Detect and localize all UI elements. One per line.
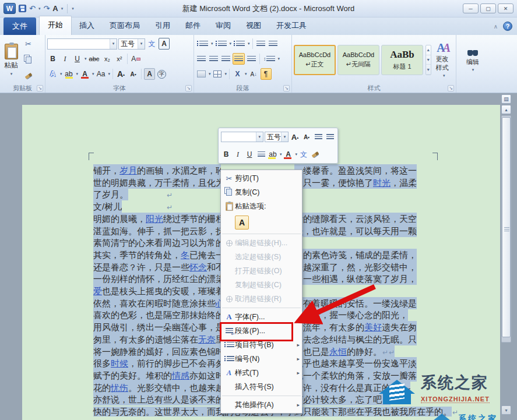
style-pen-dropdown-icon[interactable]: ▾ xyxy=(61,6,64,11)
hyperlink-text[interactable]: 美好 xyxy=(364,322,382,332)
tab-插入[interactable]: 插入 xyxy=(72,17,102,35)
menu-item-样式[interactable]: A样式(T)▸ xyxy=(221,366,302,380)
maximize-button[interactable]: ▢ xyxy=(480,3,496,13)
font-color-dropdown-icon[interactable]: ▾ xyxy=(92,72,94,76)
scrollbar-thumb[interactable] xyxy=(502,117,511,337)
editing-dropdown-icon[interactable]: ▾ xyxy=(472,68,474,72)
underline-dropdown-icon[interactable]: ▾ xyxy=(85,57,87,61)
font-size-combo[interactable]: 五号 ▾ xyxy=(118,38,145,50)
hyperlink-text[interactable]: 爱 xyxy=(93,286,102,296)
styles-gallery-scroll[interactable]: ▲ ▼ ▼ xyxy=(425,45,431,75)
hyperlink-text[interactable]: 岁月 xyxy=(119,165,137,175)
mini-font-name-dropdown-icon[interactable]: ▾ xyxy=(256,132,263,142)
styles-scroll-down-icon[interactable]: ▼ xyxy=(426,55,431,65)
tab-审阅[interactable]: 审阅 xyxy=(208,17,238,35)
superscript-button[interactable]: x² xyxy=(114,53,125,65)
menu-item-插入符号[interactable]: 插入符号(S) xyxy=(221,380,302,394)
mini-format-painter-button[interactable] xyxy=(310,149,321,160)
redo-icon[interactable]: ↷ xyxy=(43,5,50,12)
styles-scroll-up-icon[interactable]: ▲ xyxy=(426,45,431,55)
hyperlink-text[interactable]: 无奈 xyxy=(198,334,216,344)
tab-file[interactable]: 文件 xyxy=(3,17,36,35)
asian-layout-dropdown-icon[interactable]: ▾ xyxy=(245,72,247,76)
align-center-button[interactable] xyxy=(208,53,219,65)
menu-item-编号[interactable]: 编号(N)▸ xyxy=(221,352,302,366)
show-hide-marks-button[interactable]: ¶ xyxy=(261,68,272,80)
highlight-color-button[interactable]: ab xyxy=(64,68,75,80)
menu-item-段落[interactable]: 段落(P)... xyxy=(221,324,302,338)
hyperlink-text[interactable]: 时候 xyxy=(111,358,128,368)
hyperlink-text[interactable]: 忧伤 xyxy=(111,383,128,393)
menu-item-取消超链接[interactable]: 取消超链接(R) xyxy=(221,292,302,306)
save-icon[interactable] xyxy=(19,5,26,12)
mini-bold-button[interactable]: B xyxy=(221,149,231,160)
multilevel-list-button[interactable] xyxy=(233,38,246,50)
grow-font-button[interactable]: A▴ xyxy=(115,68,126,80)
bullets-button[interactable] xyxy=(196,38,209,50)
shading-button[interactable] xyxy=(196,68,207,80)
word-logo-icon[interactable]: W xyxy=(3,3,16,14)
menu-item-粘贴选项:[interactable]: 粘贴选项: xyxy=(221,199,302,213)
underline-button[interactable]: U xyxy=(72,53,83,65)
mini-font-color-dropdown-icon[interactable]: ▾ xyxy=(296,152,298,157)
styles-gallery-more-icon[interactable]: ▼ xyxy=(426,65,431,75)
font-name-dropdown-icon[interactable]: ▾ xyxy=(110,39,117,49)
close-button[interactable]: ✕ xyxy=(498,3,514,13)
menu-item-剪切[interactable]: ✂剪切(T) xyxy=(221,171,302,185)
mini-highlight-button[interactable]: ab xyxy=(268,149,278,160)
subscript-button[interactable]: x₂ xyxy=(101,53,112,65)
undo-icon[interactable]: ↶ xyxy=(29,5,36,12)
style-chip-标题 1[interactable]: AaBb标题 1 xyxy=(381,45,423,75)
text-effects-button[interactable]: A xyxy=(47,68,58,80)
numbering-button[interactable] xyxy=(214,38,228,50)
mini-font-color-button[interactable]: A xyxy=(283,149,294,160)
mini-shrink-font-button[interactable]: A▾ xyxy=(301,132,312,143)
character-shading-button[interactable]: A xyxy=(144,68,155,80)
mini-decrease-indent-button[interactable] xyxy=(313,132,323,143)
tab-页面布局[interactable]: 页面布局 xyxy=(102,17,147,35)
menu-item-其他操作[interactable]: 其他操作(A)▸ xyxy=(221,398,302,412)
style-pen-icon[interactable]: A xyxy=(52,5,58,12)
mini-phonetic-button[interactable]: 文 xyxy=(298,149,309,160)
justify-button[interactable] xyxy=(233,53,245,65)
font-name-combo[interactable]: ▾ xyxy=(47,38,117,50)
style-chip-无间隔[interactable]: AaBbCcDd↵无间隔 xyxy=(337,45,379,75)
styles-dialog-launcher[interactable]: ↘ xyxy=(448,85,454,91)
tab-引用[interactable]: 引用 xyxy=(147,17,178,35)
increase-indent-button[interactable] xyxy=(268,38,279,50)
hyperlink-text[interactable]: 怀念 xyxy=(189,262,207,272)
paragraph-dialog-launcher[interactable]: ↘ xyxy=(283,85,290,91)
asian-layout-button[interactable]: X xyxy=(232,68,243,80)
paste-button[interactable]: 粘贴 ▾ xyxy=(2,36,20,84)
hyperlink-text[interactable]: 阳光 xyxy=(146,214,163,224)
font-size-dropdown-icon[interactable]: ▾ xyxy=(138,39,145,49)
italic-button[interactable]: I xyxy=(59,53,71,65)
numbering-dropdown-icon[interactable]: ▾ xyxy=(230,41,232,46)
distribute-button[interactable] xyxy=(246,53,257,65)
editing-button[interactable]: 编辑 ▾ xyxy=(464,36,481,84)
align-right-button[interactable] xyxy=(220,53,231,65)
ruler-toggle-button[interactable]: ▤ xyxy=(501,94,511,104)
tab-开始[interactable]: 开始 xyxy=(39,16,72,35)
character-border-button[interactable]: A xyxy=(159,38,170,50)
shading-dropdown-icon[interactable]: ▾ xyxy=(209,72,211,76)
scrollbar-track[interactable] xyxy=(501,115,511,343)
menu-item-复制超链接[interactable]: 复制超链接(C) xyxy=(221,278,302,292)
font-dialog-launcher[interactable]: ↘ xyxy=(185,85,192,91)
highlight-dropdown-icon[interactable]: ▾ xyxy=(76,72,79,76)
scroll-down-button[interactable]: ▼ xyxy=(501,405,511,415)
menu-item-编辑超链接[interactable]: 编辑超链接(H)... xyxy=(221,236,302,250)
bold-button[interactable]: B xyxy=(47,53,58,65)
style-chip-正文[interactable]: AaBbCcDd↵正文 xyxy=(294,45,336,75)
change-case-button[interactable]: Aa xyxy=(96,68,107,80)
menu-item-选定超链接[interactable]: 选定超链接(S) xyxy=(221,250,302,264)
scroll-up-button[interactable]: ▲ xyxy=(501,105,511,114)
mini-font-name-combo[interactable]: ▾ xyxy=(221,132,263,142)
tab-邮件[interactable]: 邮件 xyxy=(178,17,208,35)
menu-item-复制[interactable]: 复制(C) xyxy=(221,185,302,199)
line-spacing-dropdown-icon[interactable]: ▾ xyxy=(278,57,280,61)
clear-formatting-button[interactable]: A xyxy=(130,53,142,65)
text-effects-dropdown-icon[interactable]: ▾ xyxy=(60,72,62,76)
paste-option-keep-text-button[interactable]: A xyxy=(235,216,249,230)
change-case-dropdown-icon[interactable]: ▾ xyxy=(108,72,111,76)
